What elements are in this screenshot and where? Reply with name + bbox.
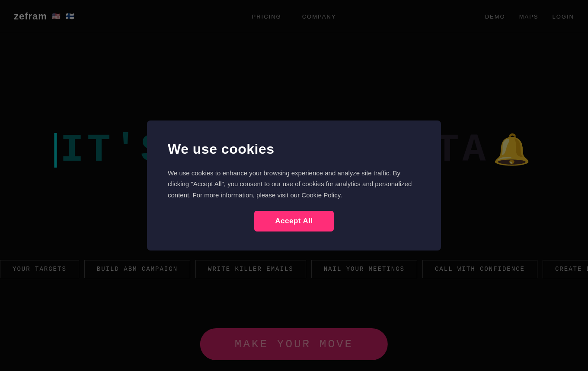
cookie-overlay: We use cookies We use cookies to enhance… <box>0 0 588 371</box>
cookie-title: We use cookies <box>168 141 420 157</box>
cookie-dialog: We use cookies We use cookies to enhance… <box>147 120 441 251</box>
accept-all-button[interactable]: Accept All <box>254 211 334 231</box>
cookie-body: We use cookies to enhance your browsing … <box>168 168 420 201</box>
